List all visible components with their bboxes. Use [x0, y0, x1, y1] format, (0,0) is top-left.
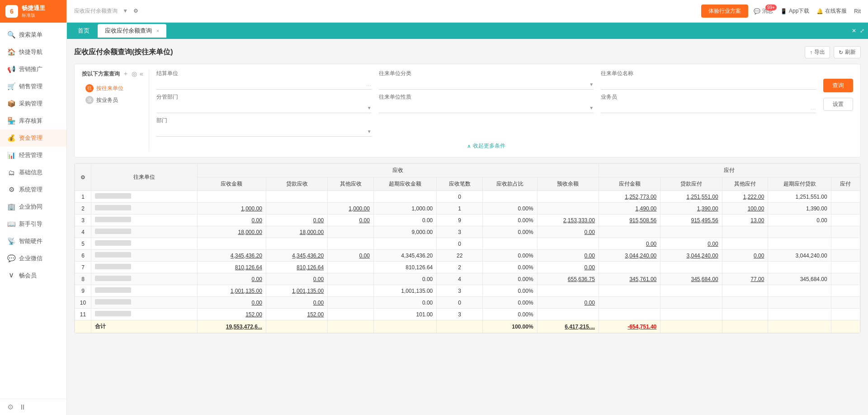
row-ar-other[interactable]: 0.00	[328, 215, 374, 226]
sidebar-item-quicknav[interactable]: 🏠 快捷导航	[0, 43, 66, 61]
row-ar-amt[interactable]: 0.00	[197, 215, 266, 226]
query-button[interactable]: 查询	[823, 79, 853, 92]
row-ap-other[interactable]: 0.00	[722, 250, 768, 262]
row-ar-amt[interactable]	[197, 191, 266, 203]
row-ar-loan[interactable]	[266, 238, 327, 250]
row-ap-other[interactable]: 13.00	[722, 215, 768, 226]
row-ap-loan[interactable]	[660, 309, 722, 320]
row-ap-amt[interactable]: 1,490.00	[599, 203, 660, 215]
add-icon[interactable]: ＋	[123, 70, 129, 78]
tab-close-all-icon[interactable]: ✕	[852, 28, 856, 34]
settings-bottom-icon[interactable]: ⚙	[7, 403, 14, 411]
row-ap-other[interactable]	[722, 226, 768, 238]
dept-input[interactable]	[156, 105, 367, 111]
gear-icon[interactable]: ⚙	[133, 8, 138, 14]
row-ap-loan[interactable]: 1,251,551.00	[660, 191, 722, 203]
sidebar-item-operations[interactable]: 📊 经营管理	[0, 147, 66, 164]
row-ar-amt[interactable]: 4,345,436.20	[197, 250, 266, 262]
row-ap-loan[interactable]	[660, 262, 722, 273]
row-ap-other[interactable]	[722, 285, 768, 297]
export-btn[interactable]: ↑ 导出	[805, 46, 830, 58]
collapse-icon[interactable]: «	[140, 70, 143, 77]
pause-icon[interactable]: ⏸	[19, 403, 26, 411]
row-ap-amt[interactable]: 915,508.56	[599, 215, 660, 226]
sidebar-item-search[interactable]: 🔍 搜索菜单	[0, 26, 66, 43]
query-by-unit[interactable]: 往 按往来单位	[82, 82, 143, 94]
set-button[interactable]: 设置	[823, 98, 853, 111]
row-ar-loan[interactable]: 1,001,135.00	[266, 285, 327, 297]
row-ap-loan[interactable]	[660, 226, 722, 238]
row-ar-other[interactable]: 1,000.00	[328, 203, 374, 215]
row-ar-other[interactable]	[328, 262, 374, 273]
refresh-btn[interactable]: ↻ 刷新	[834, 46, 861, 58]
sidebar-item-member[interactable]: V 畅会员	[0, 267, 66, 284]
row-ar-amt[interactable]: 152.00	[197, 309, 266, 320]
row-ar-amt[interactable]: 18,000.00	[197, 226, 266, 238]
row-ap-other[interactable]	[722, 309, 768, 320]
row-prepay[interactable]	[537, 191, 599, 203]
row-ar-amt[interactable]: 0.00	[197, 273, 266, 285]
row-ap-loan[interactable]: 0.00	[660, 238, 722, 250]
row-ap-loan[interactable]	[660, 285, 722, 297]
sidebar-item-wechat[interactable]: 💬 企业微信	[0, 250, 66, 267]
sidebar-item-basic[interactable]: 🗂 基础信息	[0, 164, 66, 181]
row-ar-other[interactable]: 0.00	[328, 250, 374, 262]
row-ap-loan[interactable]	[660, 297, 722, 309]
row-prepay[interactable]: 0.00	[537, 250, 599, 262]
footer-prepay[interactable]: 6,417,215....	[537, 320, 599, 333]
row-ar-loan[interactable]	[266, 191, 327, 203]
tab-expand-icon[interactable]: ⤢	[860, 28, 864, 34]
row-ap-loan[interactable]: 915,495.56	[660, 215, 722, 226]
app-download-btn[interactable]: 📱 App下载	[780, 7, 809, 15]
sidebar-item-finance[interactable]: 💰 资金管理	[0, 129, 66, 147]
row-ap-amt[interactable]	[599, 285, 660, 297]
solution-btn[interactable]: 体验行业方案	[701, 5, 748, 18]
row-ap-amt[interactable]	[599, 226, 660, 238]
row-ap-other[interactable]: 1,222.00	[722, 191, 768, 203]
sidebar-item-guide[interactable]: 📖 新手引导	[0, 215, 66, 233]
query-by-salesperson[interactable]: 业 按业务员	[82, 94, 143, 106]
row-prepay[interactable]: 0.00	[537, 262, 599, 273]
row-prepay[interactable]: 0.00	[537, 297, 599, 309]
tab-ar-ap[interactable]: 应收应付余额查询 ×	[98, 24, 166, 38]
settlement-unit-input[interactable]	[156, 81, 366, 87]
row-ap-other[interactable]	[722, 238, 768, 250]
sidebar-item-sales[interactable]: 🛒 销售管理	[0, 78, 66, 95]
row-ar-other[interactable]	[328, 238, 374, 250]
row-ap-amt[interactable]	[599, 262, 660, 273]
row-ar-loan[interactable]: 18,000.00	[266, 226, 327, 238]
sidebar-item-corp[interactable]: 🏢 企业协同	[0, 198, 66, 215]
row-ap-other[interactable]: 77.00	[722, 273, 768, 285]
row-ar-loan[interactable]: 810,126.64	[266, 262, 327, 273]
row-prepay[interactable]	[537, 285, 599, 297]
row-ar-other[interactable]	[328, 309, 374, 320]
row-ap-amt[interactable]: 0.00	[599, 238, 660, 250]
row-ar-loan[interactable]: 0.00	[266, 273, 327, 285]
row-ar-other[interactable]	[328, 226, 374, 238]
footer-ar-total[interactable]: 19,553,472,6...	[197, 320, 266, 333]
row-ap-other[interactable]	[722, 262, 768, 273]
row-ar-loan[interactable]: 0.00	[266, 215, 327, 226]
user-name[interactable]: Rit	[854, 8, 861, 14]
row-ap-amt[interactable]: 1,252,773.00	[599, 191, 660, 203]
row-prepay[interactable]	[537, 203, 599, 215]
row-ap-amt[interactable]	[599, 297, 660, 309]
row-ar-amt[interactable]	[197, 238, 266, 250]
row-ap-loan[interactable]: 345,684.00	[660, 273, 722, 285]
row-ar-amt[interactable]: 1,000.00	[197, 203, 266, 215]
row-ap-loan[interactable]: 1,390.00	[660, 203, 722, 215]
row-ap-amt[interactable]: 3,044,240.00	[599, 250, 660, 262]
row-ar-other[interactable]	[328, 191, 374, 203]
sidebar-item-system[interactable]: ⚙ 系统管理	[0, 181, 66, 198]
collapse-btn[interactable]: ∧ 收起更多条件	[156, 140, 816, 152]
row-ar-loan[interactable]: 152.00	[266, 309, 327, 320]
unit-nature-input[interactable]	[379, 105, 590, 111]
settings-icon[interactable]: ◎	[132, 70, 137, 77]
sidebar-item-hardware[interactable]: 📡 智能硬件	[0, 233, 66, 250]
row-ap-amt[interactable]: 345,761.00	[599, 273, 660, 285]
section-dept-input[interactable]	[156, 128, 367, 134]
row-ap-other[interactable]	[722, 297, 768, 309]
row-prepay[interactable]: 0.00	[537, 226, 599, 238]
sidebar-item-marketing[interactable]: 📢 营销推广	[0, 61, 66, 78]
unit-name-input[interactable]	[601, 81, 816, 87]
